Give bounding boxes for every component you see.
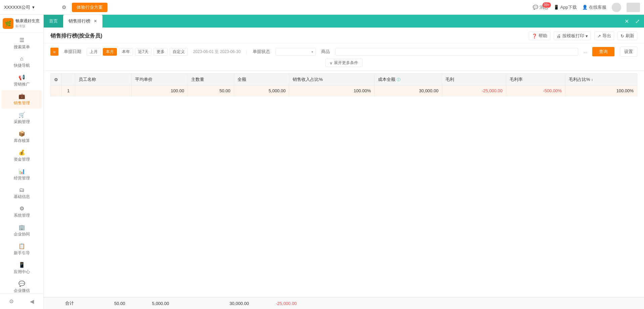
trial-button[interactable]: 体验行业方案	[72, 3, 108, 12]
page-header: 销售排行榜(按业务员) ❓ 帮助 🖨 按模板打印 ▾ ↗ 导出	[44, 28, 644, 43]
print-button[interactable]: 🖨 按模板打印 ▾	[554, 32, 591, 40]
status-select[interactable]	[275, 48, 316, 56]
sidebar-item-apps[interactable]: 📱 应用中心	[1, 259, 42, 277]
sidebar: 🌿 畅康通好生意 标准版 ☰ 搜索菜单 ⌂ 快捷导航 📢 营销推广 💼 销售管理	[0, 15, 44, 309]
help-button[interactable]: ❓ 帮助	[529, 32, 550, 40]
more-filter-btn[interactable]: ...	[584, 49, 587, 54]
company-selector[interactable]: XXXXXX公司 ▾	[4, 4, 58, 10]
message-btn[interactable]: 💬 消息 99+	[533, 4, 548, 10]
brand-text-group: 畅康通好生意 标准版	[15, 18, 40, 29]
row-gross-rate: -500.00%	[506, 86, 565, 96]
row-rank: 1	[62, 86, 75, 96]
footer-qty: 50.00	[111, 301, 129, 306]
col-employee: 员工名称	[75, 74, 132, 86]
sort-icon[interactable]: ↕	[591, 78, 593, 82]
export-icon: ↗	[597, 34, 601, 39]
operations-icon: 📊	[18, 168, 25, 174]
tab-close-all-icon[interactable]: ✕	[622, 17, 631, 25]
sidebar-item-finance[interactable]: 💰 资金管理	[1, 147, 42, 165]
sidebar-item-label: 库存核算	[14, 138, 30, 144]
system-icon: ⚙	[19, 205, 24, 212]
row-qty: 50.00	[188, 86, 234, 96]
row-employee	[75, 86, 132, 96]
app-label: App下载	[560, 4, 577, 10]
prev-month-btn[interactable]: 上月	[87, 48, 101, 56]
more-date-btn[interactable]: 更多	[154, 48, 168, 56]
status-label: 单据状态	[253, 49, 270, 55]
expand-more-button[interactable]: ∨ 展开更多条件	[325, 59, 362, 67]
sidebar-item-search-order[interactable]: ☰ 搜索菜单	[1, 34, 42, 53]
enterprise-icon: 🏢	[18, 224, 25, 230]
sidebar-item-sales[interactable]: 💼 销售管理	[1, 90, 42, 109]
table-footer: 合计 50.00 5,000.00 30,000.00 -25,000.00	[44, 297, 644, 309]
sidebar-item-purchase[interactable]: 🛒 采购管理	[1, 109, 42, 127]
sidebar-item-quick-nav[interactable]: ⌂ 快捷导航	[1, 53, 42, 71]
data-table: ⚙ 员工名称 平均单价 主数量 全额 销售收入占比% 成本全额 ⓘ 毛利 毛利率…	[50, 73, 637, 96]
company-name: XXXXXX公司	[4, 4, 30, 10]
purchase-icon: 🛒	[18, 112, 25, 118]
basic-info-icon: 🗂	[19, 187, 25, 193]
print-chevron-icon: ▾	[586, 34, 588, 39]
query-button[interactable]: 查询	[592, 47, 614, 56]
custom-date-btn[interactable]: 自定义	[170, 48, 188, 56]
app-icon: 📱	[554, 5, 559, 10]
tab-home[interactable]: 首页	[44, 15, 63, 28]
tab-sales-rank[interactable]: 销售排行榜 ✕	[63, 15, 102, 28]
online-service-btn[interactable]: 👤 在线客服	[582, 4, 606, 10]
expand-more-icon: ∨	[330, 61, 333, 65]
sales-icon: 💼	[18, 93, 25, 99]
sidebar-item-inventory[interactable]: 📦 库存核算	[1, 128, 42, 146]
guide-icon: 📋	[18, 243, 25, 249]
message-badge: 99+	[543, 2, 551, 8]
app-download-btn[interactable]: 📱 App下载	[554, 4, 577, 10]
inventory-icon: 📦	[18, 131, 25, 137]
sidebar-bottom-settings-icon[interactable]: ⚙	[6, 296, 16, 306]
sidebar-item-label: 系统管理	[14, 213, 30, 218]
col-avg-price: 平均单价	[131, 74, 188, 86]
row-amount: 5,000.00	[234, 86, 289, 96]
sidebar-item-enterprise[interactable]: 🏢 企业协同	[1, 221, 42, 240]
footer-cost: 30,000.00	[226, 301, 252, 306]
print-icon: 🖨	[557, 34, 561, 39]
filter-divider-1: |	[246, 49, 247, 54]
sidebar-item-basic-info[interactable]: 🗂 基础信息	[1, 184, 42, 202]
goods-input[interactable]	[335, 48, 578, 56]
sidebar-item-label: 资金管理	[14, 157, 30, 162]
sidebar-item-operations[interactable]: 📊 经营管理	[1, 165, 42, 184]
search-order-icon: ☰	[19, 37, 24, 43]
footer-total-label: 合计	[50, 300, 77, 306]
sidebar-item-label: 应用中心	[14, 269, 30, 275]
sidebar-item-wechat[interactable]: 💬 企业微信	[1, 278, 42, 293]
sidebar-item-guide[interactable]: 📋 新手引导	[1, 240, 42, 259]
sidebar-item-system[interactable]: ⚙ 系统管理	[1, 203, 42, 221]
tab-maximize-icon[interactable]: ⤢	[633, 17, 641, 25]
row-cost: 30,000.00	[375, 86, 442, 96]
col-settings[interactable]: ⚙	[51, 74, 62, 86]
top-header: XXXXXX公司 ▾ ⚙ 体验行业方案 💬 消息 99+ 📱 App下载 👤 在…	[0, 0, 644, 15]
finance-icon: 💰	[18, 149, 25, 156]
filter-expand-button[interactable]: »	[50, 48, 58, 56]
header-right: 💬 消息 99+ 📱 App下载 👤 在线客服	[533, 3, 640, 12]
date-range-group: 上月 本月 本年 近7天 更多 自定义	[87, 48, 188, 56]
user-avatar[interactable]	[612, 3, 621, 12]
page-title: 销售排行榜(按业务员)	[50, 33, 102, 40]
cost-info-icon: ⓘ	[397, 78, 400, 82]
header-settings-icon[interactable]: ⚙	[59, 3, 69, 12]
this-year-btn[interactable]: 本年	[119, 48, 133, 56]
tab-bar: 首页 销售排行榜 ✕ ✕ ⤢	[44, 15, 644, 28]
tab-sales-rank-close-icon[interactable]: ✕	[94, 19, 97, 23]
sidebar-item-marketing[interactable]: 📢 营销推广	[1, 71, 42, 90]
sidebar-collapse-icon[interactable]: ◀	[27, 296, 37, 306]
table-row: 1 100.00 50.00 5,000.00 100.00% 30,000.0…	[51, 86, 637, 96]
filter-expand-icon: »	[53, 49, 56, 54]
col-gross: 毛利	[442, 74, 506, 86]
date-range-display: 2023-06-01 至 2023-06-30	[193, 49, 241, 55]
company-chevron: ▾	[32, 5, 35, 10]
this-month-btn[interactable]: 本月	[103, 48, 117, 56]
sidebar-item-label: 搜索菜单	[14, 44, 30, 50]
sidebar-item-label: 销售管理	[14, 100, 30, 106]
refresh-button[interactable]: ↻ 刷新	[617, 32, 637, 40]
last-7-days-btn[interactable]: 近7天	[135, 48, 152, 56]
settings-button[interactable]: 设置	[620, 47, 637, 57]
export-button[interactable]: ↗ 导出	[594, 32, 614, 40]
